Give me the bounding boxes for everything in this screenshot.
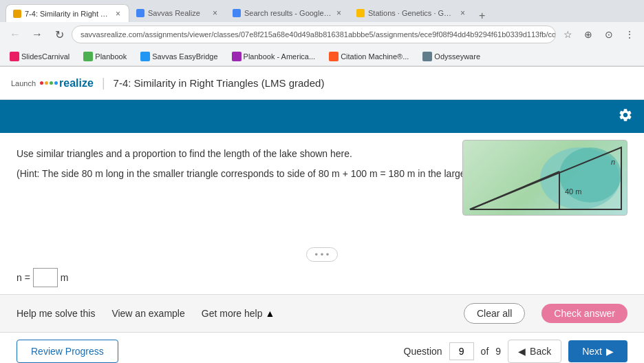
page-title: 7-4: Similarity in Right Triangles (LMS … (114, 77, 325, 89)
get-more-help: Get more help ▲ (202, 308, 275, 319)
tab-3[interactable]: Search results - Google Drive × (226, 4, 350, 22)
help-solve-button[interactable]: Help me solve this (17, 308, 95, 319)
browser-chrome: 7-4: Similarity in Right Triangles × Sav… (0, 0, 644, 67)
savvas-label: Launch (11, 79, 36, 87)
diagram-wrapper: 40 m n (462, 140, 627, 216)
address-bar[interactable]: savvasrealize.com/assignments/viewer/cla… (72, 25, 556, 43)
question-label: Question (404, 346, 442, 357)
back-nav-button[interactable]: ← (6, 25, 25, 44)
svg-text:40 m: 40 m (565, 187, 581, 196)
n-label: n = (17, 272, 30, 283)
bookmark-label-5: Citation Machine®... (341, 52, 409, 61)
dot-red (40, 81, 43, 85)
realize-text: realize (59, 77, 94, 90)
clear-all-button[interactable]: Clear all (464, 303, 525, 324)
header-divider: | (102, 76, 105, 90)
pagination: Question 9 of 9 ◀ Back Next ▶ (404, 340, 627, 363)
dot-yellow (45, 81, 48, 85)
expand-dots[interactable]: • • • (306, 247, 339, 262)
bookmark-planbook[interactable]: Planbook (79, 50, 131, 63)
bookmark-star-button[interactable]: ☆ (559, 25, 577, 43)
back-button[interactable]: ◀ Back (508, 340, 561, 363)
bookmark-citation[interactable]: Citation Machine®... (325, 50, 413, 63)
realize-dots (40, 81, 58, 85)
bookmark-label-6: Odysseyware (434, 52, 480, 61)
settings-icon (618, 107, 633, 123)
next-label: Next (582, 346, 602, 357)
bookmark-slidescarnival[interactable]: SlidesCarnival (6, 50, 74, 63)
tab-label-1: 7-4: Similarity in Right Triangles (25, 10, 111, 18)
forward-nav-button[interactable]: → (28, 25, 47, 44)
extension-button[interactable]: ⊕ (579, 25, 597, 43)
dot-blue (54, 81, 58, 85)
tab-icon-4 (356, 9, 365, 17)
bookmark-icon-5 (329, 52, 339, 61)
total-questions: 9 (495, 346, 501, 357)
tab-active[interactable]: 7-4: Similarity in Right Triangles × (6, 4, 129, 22)
tab-label-2: Savvas Realize (148, 9, 208, 17)
next-arrow-icon: ▶ (606, 346, 614, 357)
nav-icons: ☆ ⊕ ⊙ ⋮ (559, 25, 638, 43)
app-logo: Launch realize (11, 77, 94, 90)
tab-bar: 7-4: Similarity in Right Triangles × Sav… (0, 0, 644, 22)
next-button[interactable]: Next ▶ (568, 340, 627, 362)
answer-area: n = m (0, 265, 644, 294)
diagram-svg: 40 m n (463, 141, 627, 216)
footer: Review Progress Question 9 of 9 ◀ Back N… (0, 332, 644, 363)
question-number: 9 (449, 342, 474, 360)
bookmark-icon-4 (232, 52, 242, 61)
main-content-wrapper: Use similar triangles and a proportion t… (0, 133, 644, 243)
bookmarks-bar: SlidesCarnival Planbook Savvas EasyBridg… (0, 47, 644, 66)
realize-logo: realize (40, 77, 94, 90)
nav-bar: ← → ↻ savvasrealize.com/assignments/view… (0, 22, 644, 47)
bookmark-icon-1 (10, 52, 19, 61)
m-label: m (61, 272, 69, 283)
more-help-button[interactable]: Get more help (202, 308, 263, 319)
tab-2[interactable]: Savvas Realize × (129, 4, 226, 22)
bookmark-icon-6 (422, 52, 432, 61)
tab-icon-1 (13, 10, 21, 18)
diagram-container: 40 m n (462, 140, 627, 216)
bookmark-odysseyware[interactable]: Odysseyware (418, 50, 484, 63)
bookmark-icon-2 (83, 52, 93, 61)
reload-button[interactable]: ↻ (50, 25, 69, 44)
bookmark-label-3: Savvas EasyBridge (152, 52, 217, 61)
of-label: of (481, 346, 489, 357)
app-header: Launch realize | 7-4: Similarity in Righ… (0, 67, 644, 100)
check-answer-button[interactable]: Check answer (541, 304, 627, 323)
divider-dots: • • • (0, 249, 644, 260)
answer-input[interactable] (33, 268, 58, 287)
bookmark-label-2: Planbook (95, 52, 127, 61)
svg-text:n: n (611, 158, 615, 166)
tab-close-3[interactable]: × (335, 7, 343, 19)
toolbar: Help me solve this View an example Get m… (0, 294, 644, 332)
tab-4[interactable]: Stations · Genetics · Google Slid... × (350, 4, 473, 22)
bookmark-label-1: SlidesCarnival (21, 52, 69, 61)
back-label: Back (530, 346, 551, 357)
back-arrow-icon: ◀ (518, 346, 526, 357)
review-progress-button[interactable]: Review Progress (17, 340, 118, 363)
bookmark-icon-3 (140, 52, 150, 61)
bookmark-planbook-america[interactable]: Planbook - America... (228, 50, 320, 63)
new-tab-button[interactable]: + (473, 10, 491, 22)
tab-label-3: Search results - Google Drive (244, 9, 332, 17)
tab-icon-3 (233, 9, 241, 17)
tab-label-4: Stations · Genetics · Google Slid... (368, 9, 455, 17)
dot-green (50, 81, 53, 85)
tab-icon-2 (136, 9, 144, 17)
tab-close-2[interactable]: × (211, 7, 219, 19)
more-help-arrow: ▲ (265, 308, 275, 319)
bookmark-savvas-easybridge[interactable]: Savvas EasyBridge (136, 50, 222, 63)
view-example-button[interactable]: View an example (111, 308, 184, 319)
bookmark-label-4: Planbook - America... (244, 52, 316, 61)
tab-close-1[interactable]: × (114, 8, 122, 20)
teal-banner (0, 100, 644, 133)
settings-button[interactable] (618, 107, 633, 126)
menu-button[interactable]: ⋮ (621, 25, 638, 43)
tab-close-4[interactable]: × (459, 7, 466, 19)
profile-button[interactable]: ⊙ (600, 25, 618, 43)
